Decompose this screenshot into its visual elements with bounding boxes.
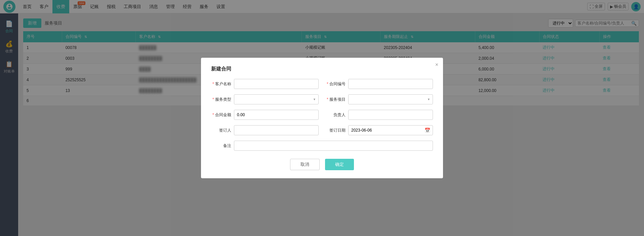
field-sign-date: 签订日期 📅 [325, 125, 433, 135]
sign-date-wrapper: 📅 [348, 125, 433, 135]
field-customer-name: 客户名称 [211, 79, 319, 89]
contract-no-label: 合同编号 [325, 81, 346, 87]
field-remark: 备注 [211, 141, 433, 151]
field-service-type: 服务类型 [211, 94, 319, 104]
confirm-button[interactable]: 确定 [325, 159, 354, 170]
service-item-select-wrapper [348, 94, 433, 104]
contract-amount-label: 合同金额 [211, 112, 231, 118]
modal-overlay[interactable]: 新建合同 × 客户名称 合同编号 服务类型 [0, 0, 644, 236]
customer-name-input[interactable] [234, 79, 319, 89]
new-contract-modal: 新建合同 × 客户名称 合同编号 服务类型 [201, 58, 443, 178]
contract-amount-input[interactable] [234, 110, 319, 120]
form-row-2: 服务类型 服务项目 [211, 94, 433, 104]
contract-no-input[interactable] [348, 79, 433, 89]
signer-input[interactable] [234, 125, 319, 135]
responsible-person-input[interactable] [348, 110, 433, 120]
modal-close-button[interactable]: × [435, 62, 438, 68]
form-row-5: 备注 [211, 141, 433, 151]
cancel-button[interactable]: 取消 [290, 159, 320, 170]
service-type-select[interactable] [234, 94, 319, 104]
modal-title: 新建合同 [211, 66, 433, 72]
remark-input[interactable] [234, 141, 433, 151]
service-type-select-wrapper [234, 94, 319, 104]
customer-name-label: 客户名称 [211, 81, 231, 87]
calendar-icon[interactable]: 📅 [425, 128, 430, 133]
service-item-select[interactable] [348, 94, 433, 104]
sign-date-input[interactable] [348, 125, 433, 135]
service-item-label: 服务项目 [325, 97, 346, 102]
signer-label: 签订人 [211, 128, 231, 133]
service-type-label: 服务类型 [211, 97, 231, 102]
modal-footer: 取消 确定 [211, 159, 433, 170]
field-signer: 签订人 [211, 125, 319, 135]
responsible-person-label: 负责人 [325, 112, 346, 118]
field-service-item: 服务项目 [325, 94, 433, 104]
field-contract-no: 合同编号 [325, 79, 433, 89]
form-row-3: 合同金额 负责人 [211, 110, 433, 120]
form-row-4: 签订人 签订日期 📅 [211, 125, 433, 135]
field-contract-amount: 合同金额 [211, 110, 319, 120]
remark-label: 备注 [211, 143, 231, 149]
form-row-1: 客户名称 合同编号 [211, 79, 433, 89]
sign-date-label: 签订日期 [325, 128, 346, 133]
field-responsible-person: 负责人 [325, 110, 433, 120]
